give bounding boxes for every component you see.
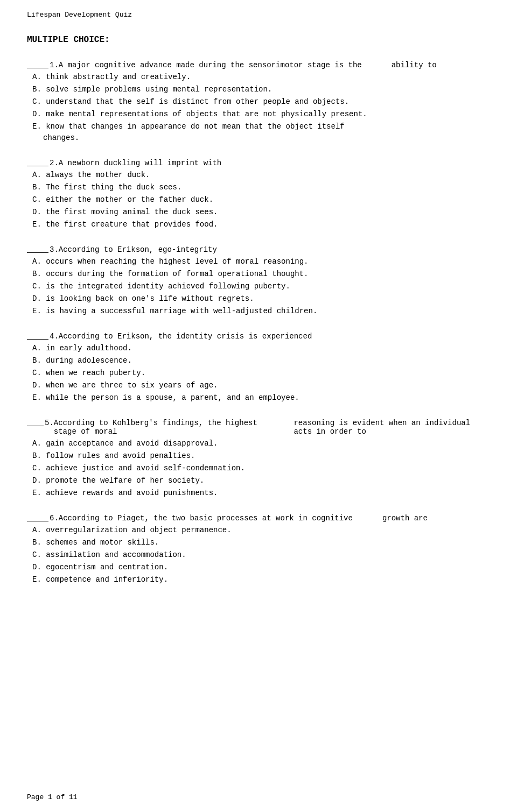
answer-option-1-D: D. make mental representations of object… xyxy=(27,109,490,120)
answer-option-4-C: C. when we reach puberty. xyxy=(27,368,490,379)
answer-option-2-D: D. the first moving animal the duck sees… xyxy=(27,207,490,218)
answer-option-3-B: B. occurs during the formation of formal… xyxy=(27,269,490,280)
answer-option-5-B: B. follow rules and avoid penalties. xyxy=(27,450,490,462)
question-stem-5: 5. According to Kohlberg's findings, the… xyxy=(27,419,490,436)
answer-option-2-C: C. either the mother or the father duck. xyxy=(27,194,490,206)
question-stem-1: 1. A major cognitive advance made during… xyxy=(27,61,490,69)
question-block-2: 2. A newborn duckling will imprint withA… xyxy=(27,159,490,230)
question-stem-3: 3. According to Erikson, ego-integrity xyxy=(27,245,490,254)
answer-blank-6 xyxy=(27,514,48,521)
answer-option-5-D: D. promote the welfare of her society. xyxy=(27,475,490,486)
answer-blank-2 xyxy=(27,159,48,166)
question-block-1: 1. A major cognitive advance made during… xyxy=(27,61,490,144)
answer-option-3-A: A. occurs when reaching the highest leve… xyxy=(27,256,490,267)
question-text-2: A newborn duckling will imprint with xyxy=(59,159,221,167)
question-block-6: 6. According to Piaget, the two basic pr… xyxy=(27,514,490,585)
question-number-6: 6. xyxy=(50,514,59,522)
question-stem-6: 6. According to Piaget, the two basic pr… xyxy=(27,514,490,522)
answer-option-6-E: E. competence and inferiority. xyxy=(27,574,490,585)
page-footer: Page 1 of 11 xyxy=(27,793,78,801)
answer-option-6-C: C. assimilation and accommodation. xyxy=(27,549,490,561)
question-text-3: According to Erikson, ego-integrity xyxy=(59,245,217,254)
answer-option-2-A: A. always the mother duck. xyxy=(27,170,490,181)
answer-option-2-B: B. The first thing the duck sees. xyxy=(27,182,490,193)
question-block-3: 3. According to Erikson, ego-integrityA.… xyxy=(27,245,490,317)
question-number-3: 3. xyxy=(50,245,59,254)
answer-option-1-B: B. solve simple problems using mental re… xyxy=(27,84,490,95)
answer-option-1-E: E. know that changes in appearance do no… xyxy=(27,121,490,144)
questions-container: 1. A major cognitive advance made during… xyxy=(27,61,490,585)
section-header: MULTIPLE CHOICE: xyxy=(27,35,490,45)
question-number-1: 1. xyxy=(50,61,59,69)
answer-option-3-E: E. is having a successful marriage with … xyxy=(27,306,490,317)
answer-blank-4 xyxy=(27,332,48,340)
answer-option-4-D: D. when we are three to six years of age… xyxy=(27,380,490,391)
answer-option-5-E: E. achieve rewards and avoid punishments… xyxy=(27,488,490,499)
answer-blank-5 xyxy=(27,419,44,426)
question-number-2: 2. xyxy=(50,159,59,167)
question-text-5: According to Kohlberg's findings, the hi… xyxy=(54,419,264,436)
question-block-4: 4. According to Erikson, the identity cr… xyxy=(27,332,490,404)
question-text-6: According to Piaget, the two basic proce… xyxy=(59,514,353,522)
question-number-5: 5. xyxy=(45,419,54,427)
answer-option-4-A: A. in early adulthood. xyxy=(27,343,490,354)
page-title: Lifespan Development Quiz xyxy=(27,11,490,19)
answer-option-3-D: D. is looking back on one's life without… xyxy=(27,293,490,305)
question-text-4: According to Erikson, the identity crisi… xyxy=(59,332,312,341)
question-number-4: 4. xyxy=(50,332,59,341)
answer-blank-3 xyxy=(27,245,48,253)
answer-option-1-C: C. understand that the self is distinct … xyxy=(27,96,490,108)
answer-option-5-A: A. gain acceptance and avoid disapproval… xyxy=(27,438,490,449)
page-container: Lifespan Development Quiz MULTIPLE CHOIC… xyxy=(0,0,517,812)
answer-option-4-E: E. while the person is a spouse, a paren… xyxy=(27,392,490,404)
answer-option-4-B: B. during adolescence. xyxy=(27,355,490,366)
question-stem-4: 4. According to Erikson, the identity cr… xyxy=(27,332,490,341)
answer-option-1-A: A. think abstractly and creatively. xyxy=(27,72,490,83)
answer-option-3-C: C. is the integrated identity achieved f… xyxy=(27,281,490,292)
answer-option-6-A: A. overregularization and object permane… xyxy=(27,525,490,536)
answer-blank-1 xyxy=(27,61,48,68)
answer-option-6-B: B. schemes and motor skills. xyxy=(27,537,490,548)
question-text-1: A major cognitive advance made during th… xyxy=(59,61,362,69)
answer-option-6-D: D. egocentrism and centration. xyxy=(27,562,490,573)
answer-option-5-C: C. achieve justice and avoid self-condem… xyxy=(27,463,490,474)
question-block-5: 5. According to Kohlberg's findings, the… xyxy=(27,419,490,499)
question-stem-2: 2. A newborn duckling will imprint with xyxy=(27,159,490,167)
answer-option-2-E: E. the first creature that provides food… xyxy=(27,219,490,230)
